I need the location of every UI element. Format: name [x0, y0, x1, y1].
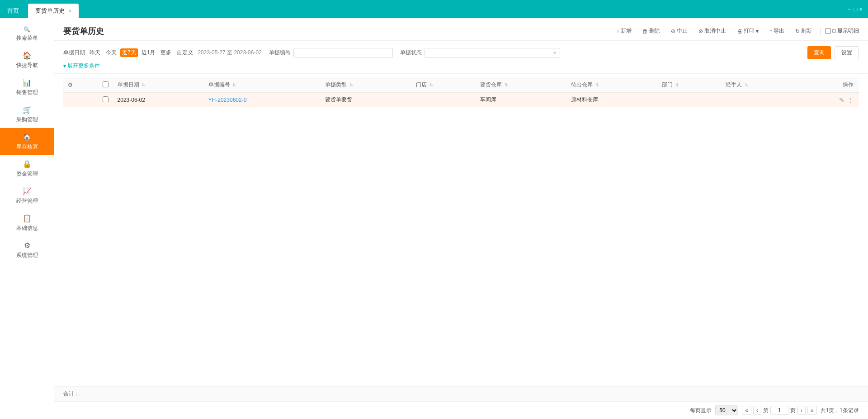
col-bill-no-sort[interactable]: ⇅: [232, 82, 236, 87]
stop-button[interactable]: ⊘ 中止: [667, 25, 691, 37]
tab-history[interactable]: 要货单历史 ×: [28, 4, 79, 18]
top-bar: 首页 要货单历史 × － □ ×: [0, 0, 868, 18]
cancel-stop-icon: ⊘: [698, 28, 703, 34]
sidebar-item-sales[interactable]: 📊 销售管理: [0, 74, 54, 101]
cell-operation: ✎ ⋮: [799, 93, 859, 107]
col-store-label: 门店: [416, 81, 427, 88]
shortcut-more[interactable]: 更多: [159, 48, 173, 57]
page-jump-label: 第: [763, 407, 769, 414]
cell-handler: [721, 93, 798, 107]
status-select[interactable]: ▾: [425, 48, 560, 58]
col-req-warehouse: 要货仓库 ⇅: [476, 77, 566, 93]
table-area: ⚙ 单据日期 ⇅ 单据编号 ⇅ 单据类型: [54, 74, 868, 386]
delete-row-icon[interactable]: ⋮: [847, 96, 854, 104]
first-page-btn[interactable]: «: [742, 406, 751, 415]
next-page-btn[interactable]: ›: [797, 406, 806, 415]
shortcut-today[interactable]: 今天: [104, 48, 118, 57]
col-store-sort[interactable]: ⇅: [429, 82, 433, 87]
action-buttons: 查询 设置: [807, 46, 859, 59]
bill-no-input[interactable]: [293, 48, 393, 58]
col-handler-sort[interactable]: ⇅: [745, 82, 748, 87]
display-detail-checkbox[interactable]: □ 显示明细: [825, 27, 859, 35]
export-button[interactable]: ↑ 导出: [766, 25, 788, 37]
prev-page-btn[interactable]: ‹: [753, 406, 761, 415]
table-row: 2023-06-02 YH-20230602-0 要货单要货 车间库 原材料仓库…: [63, 93, 859, 107]
col-req-warehouse-sort[interactable]: ⇅: [504, 82, 508, 87]
row-checkbox[interactable]: [103, 96, 108, 102]
col-department-sort[interactable]: ⇅: [675, 82, 679, 87]
col-settings[interactable]: ⚙: [63, 77, 98, 93]
export-icon: ↑: [769, 28, 772, 34]
sum-label: 合计：: [63, 390, 80, 397]
header-actions: + 新增 🗑 删除 ⊘ 中止 ⊘ 取消中止 🖨 打印: [613, 25, 859, 37]
bill-no-link[interactable]: YH-20230602-0: [208, 97, 247, 103]
cell-department: [657, 93, 722, 107]
page-size-select[interactable]: 50 100 200: [715, 405, 738, 415]
sidebar-item-inventory[interactable]: 🏠 库存核算: [0, 128, 54, 155]
cell-date: 2023-06-02: [113, 93, 204, 107]
purchase-icon: 🛒: [23, 105, 32, 114]
col-department: 部门 ⇅: [657, 77, 722, 93]
col-bill-type-sort[interactable]: ⇅: [349, 82, 353, 87]
cancel-stop-button[interactable]: ⊘ 取消中止: [695, 25, 730, 37]
close-btn[interactable]: ×: [859, 6, 863, 13]
page-input[interactable]: [770, 406, 788, 415]
minimize-btn[interactable]: －: [846, 5, 852, 13]
sidebar-item-purchase[interactable]: 🛒 采购管理: [0, 101, 54, 128]
system-icon: ⚙: [24, 241, 30, 250]
shortcut-custom[interactable]: 自定义: [175, 48, 195, 57]
cancel-stop-label: 取消中止: [704, 27, 726, 35]
delete-button[interactable]: 🗑 删除: [639, 25, 664, 37]
print-dropdown-icon: ▾: [756, 28, 759, 34]
sidebar-item-operations-label: 经营管理: [16, 197, 38, 205]
sidebar-search[interactable]: 🔍 搜索菜单: [0, 22, 54, 47]
col-date-sort[interactable]: ⇅: [142, 82, 145, 87]
filter-area: 单据日期 昨天 今天 近7天 近1月 更多 自定义 2023-05-27 至 2…: [54, 41, 868, 74]
sidebar-item-finance[interactable]: 🔒 资金管理: [0, 155, 54, 182]
tab-home-label: 首页: [7, 7, 19, 15]
add-button[interactable]: + 新增: [613, 25, 635, 37]
expand-filter-label: 展开更多条件: [67, 62, 100, 70]
sidebar-item-system[interactable]: ⚙ 系统管理: [0, 237, 54, 264]
sidebar-item-operations[interactable]: 📈 经营管理: [0, 182, 54, 210]
page-label: 页: [790, 407, 796, 414]
settings-button[interactable]: 设置: [835, 46, 859, 59]
page-title: 要货单历史: [63, 26, 104, 37]
maximize-btn[interactable]: □: [854, 6, 858, 13]
print-button[interactable]: 🖨 打印 ▾: [733, 25, 762, 37]
refresh-button[interactable]: ↻ 刷新: [792, 25, 816, 37]
col-pending-warehouse-sort[interactable]: ⇅: [595, 82, 599, 87]
edit-icon[interactable]: ✎: [839, 96, 844, 104]
tab-home[interactable]: 首页: [0, 4, 26, 18]
sidebar-item-quick-nav-label: 快捷导航: [16, 62, 38, 69]
shortcut-7days[interactable]: 近7天: [120, 48, 138, 57]
search-button[interactable]: 查询: [807, 46, 831, 59]
sidebar: 🔍 搜索菜单 🏠 快捷导航 📊 销售管理 🛒 采购管理 🏠 库存核算 🔒 资金管…: [0, 18, 54, 419]
last-page-btn[interactable]: »: [807, 406, 817, 415]
col-department-label: 部门: [662, 81, 673, 88]
col-date-label: 单据日期: [118, 81, 139, 88]
sidebar-item-inventory-label: 库存核算: [16, 143, 38, 151]
tab-history-label: 要货单历史: [35, 7, 65, 15]
col-store: 门店 ⇅: [411, 77, 476, 93]
settings-button-label: 设置: [841, 49, 852, 57]
cell-checkbox: [98, 93, 113, 107]
action-divider: [820, 28, 821, 35]
sidebar-item-purchase-label: 采购管理: [16, 116, 38, 124]
display-detail-label: □ 显示明细: [832, 27, 859, 35]
shortcut-1month[interactable]: 近1月: [140, 48, 157, 57]
select-all-checkbox[interactable]: [103, 81, 108, 87]
shortcut-yesterday[interactable]: 昨天: [88, 48, 102, 57]
delete-label: 删除: [649, 27, 660, 35]
display-detail-check[interactable]: [825, 28, 831, 34]
date-shortcuts: 昨天 今天 近7天 近1月 更多 自定义: [88, 48, 195, 57]
sidebar-item-basic-info[interactable]: 📋 基础信息: [0, 210, 54, 237]
cell-bill-no: YH-20230602-0: [204, 93, 321, 107]
expand-filter-button[interactable]: ▾ 展开更多条件: [63, 62, 859, 70]
tab-close-icon[interactable]: ×: [68, 8, 71, 14]
col-bill-no: 单据编号 ⇅: [204, 77, 321, 93]
col-date: 单据日期 ⇅: [113, 77, 204, 93]
sidebar-item-quick-nav[interactable]: 🏠 快捷导航: [0, 47, 54, 74]
col-bill-no-label: 单据编号: [208, 81, 230, 88]
search-icon: 🔍: [24, 26, 30, 33]
